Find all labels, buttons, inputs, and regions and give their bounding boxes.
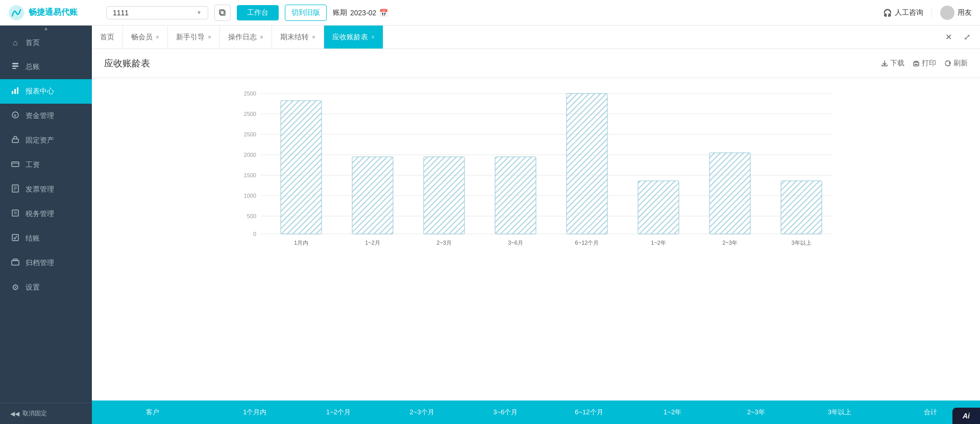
reports-icon	[10, 86, 20, 97]
col-1-2month: 1~2个月	[297, 408, 380, 417]
svg-text:3~6月: 3~6月	[508, 240, 523, 246]
svg-rect-8	[14, 89, 16, 94]
scroll-up-arrow[interactable]: ▲	[43, 26, 48, 31]
sidebar-item-label-home: 首页	[26, 38, 40, 48]
svg-text:1~2月: 1~2月	[365, 240, 380, 246]
svg-text:1月内: 1月内	[294, 240, 308, 246]
sidebar: ▲ ⌂ 首页 总账 报表中心 ¥	[0, 26, 92, 424]
ai-badge[interactable]: Ai	[952, 408, 980, 424]
chart-container: 2500 2500 2500 2000 1500 1000 500 0	[92, 78, 980, 401]
app-logo: 畅捷通易代账	[8, 5, 100, 21]
copy-button[interactable]	[214, 5, 231, 21]
sidebar-item-reports[interactable]: 报表中心	[0, 79, 92, 104]
page-header: 应收账龄表 下载 打印 刷新	[92, 49, 980, 78]
home-icon: ⌂	[10, 38, 20, 48]
switch-old-button[interactable]: 切到旧版	[285, 5, 327, 21]
svg-rect-5	[12, 65, 18, 67]
tax-icon	[10, 209, 20, 219]
tab-home[interactable]: 首页	[92, 26, 123, 49]
sidebar-footer[interactable]: ◀◀ 取消固定	[0, 403, 92, 424]
sidebar-item-settings[interactable]: ⚙ 设置	[0, 275, 92, 299]
user-icon	[943, 8, 952, 17]
sidebar-item-ledger[interactable]: 总账	[0, 55, 92, 79]
divider	[932, 8, 932, 18]
svg-rect-19	[12, 210, 18, 216]
ledger-icon	[10, 62, 20, 72]
tab-guide-close[interactable]: ×	[208, 34, 211, 41]
content-area: 首页 畅会员 × 新手引导 × 操作日志 × 期末结转 × 应收账龄表 ×	[92, 26, 980, 424]
chart-wrapper: 2500 2500 2500 2000 1500 1000 500 0	[107, 88, 965, 282]
tab-oplog[interactable]: 操作日志 ×	[220, 26, 272, 49]
user-info[interactable]: 用友	[940, 6, 972, 20]
period-value: 2023-02	[350, 9, 376, 17]
archive-icon	[10, 258, 20, 268]
col-1-2year: 1~2年	[631, 408, 715, 417]
tab-member[interactable]: 畅会员 ×	[123, 26, 168, 49]
tab-ar-aging[interactable]: 应收账龄表 ×	[324, 26, 383, 49]
sidebar-item-payroll[interactable]: 工资	[0, 153, 92, 177]
tab-oplog-close[interactable]: ×	[260, 34, 263, 41]
svg-rect-23	[12, 261, 19, 265]
print-button[interactable]: 打印	[913, 59, 936, 68]
download-button[interactable]: 下载	[881, 59, 904, 68]
period-info: 账期 2023-02 📅	[333, 8, 388, 17]
col-3plus-year: 3年以上	[798, 408, 881, 417]
sidebar-item-invoice[interactable]: 发票管理	[0, 177, 92, 202]
maximize-button[interactable]: ⤢	[960, 30, 974, 44]
tabs-bar: 首页 畅会员 × 新手引导 × 操作日志 × 期末结转 × 应收账龄表 ×	[92, 26, 980, 49]
download-icon	[881, 60, 888, 67]
workbench-button[interactable]: 工作台	[237, 5, 279, 20]
sidebar-item-funds[interactable]: ¥ 资金管理	[0, 104, 92, 128]
tab-guide-label: 新手引导	[176, 33, 205, 42]
tab-guide[interactable]: 新手引导 ×	[168, 26, 220, 49]
svg-text:2500: 2500	[244, 90, 256, 97]
sidebar-item-archive[interactable]: 归档管理	[0, 251, 92, 275]
tab-member-close[interactable]: ×	[156, 34, 159, 41]
svg-text:¥: ¥	[13, 113, 17, 118]
svg-text:3年以上: 3年以上	[791, 240, 811, 246]
table-header: 客户 1个月内 1~2个月 2~3个月 3~6个月 6~12个月	[92, 401, 980, 424]
print-icon	[913, 60, 920, 67]
col-2-3year: 2~3年	[714, 408, 798, 417]
user-name: 用友	[958, 8, 972, 17]
tab-home-label: 首页	[100, 33, 114, 42]
header-right: 🎧 人工咨询 用友	[883, 6, 972, 20]
avatar	[940, 6, 954, 20]
svg-text:2500: 2500	[244, 131, 256, 137]
settings-icon: ⚙	[10, 282, 20, 292]
page-title: 应收账龄表	[104, 57, 150, 69]
sidebar-nav: ⌂ 首页 总账 报表中心 ¥ 资金管理	[0, 31, 92, 403]
chevron-down-icon: ▼	[197, 10, 202, 15]
top-header: 畅捷通易代账 1111 ▼ 工作台 切到旧版 账期 2023-02 📅 🎧 人工…	[0, 0, 980, 26]
svg-rect-52	[567, 93, 607, 234]
svg-rect-48	[424, 157, 464, 234]
refresh-button[interactable]: 刷新	[944, 59, 968, 68]
company-selector[interactable]: 1111 ▼	[106, 6, 208, 19]
consult-button[interactable]: 🎧 人工咨询	[883, 8, 923, 17]
bar-chart: 2500 2500 2500 2000 1500 1000 500 0	[107, 88, 965, 262]
main-layout: ▲ ⌂ 首页 总账 报表中心 ¥	[0, 26, 980, 424]
tab-period-closing[interactable]: 期末结转 ×	[272, 26, 324, 49]
svg-text:500: 500	[247, 213, 256, 219]
sidebar-item-label-funds: 资金管理	[26, 111, 54, 121]
svg-text:2000: 2000	[244, 152, 256, 158]
sidebar-item-home[interactable]: ⌂ 首页	[0, 31, 92, 55]
page-content: 应收账龄表 下载 打印 刷新	[92, 49, 980, 424]
svg-rect-26	[915, 64, 918, 65]
payroll-icon	[10, 160, 20, 170]
invoice-icon	[10, 184, 20, 195]
calendar-icon[interactable]: 📅	[379, 9, 388, 17]
print-label: 打印	[922, 59, 936, 68]
app-name: 畅捷通易代账	[29, 7, 78, 18]
tab-oplog-label: 操作日志	[228, 33, 257, 42]
svg-rect-22	[12, 234, 18, 241]
tab-ar-aging-close[interactable]: ×	[371, 34, 375, 41]
refresh-label: 刷新	[953, 59, 968, 68]
copy-icon	[218, 9, 227, 17]
close-all-button[interactable]: ✕	[941, 30, 955, 44]
sidebar-item-closing[interactable]: 结账	[0, 226, 92, 251]
sidebar-item-assets[interactable]: 固定资产	[0, 128, 92, 153]
svg-rect-50	[495, 157, 536, 234]
tab-period-closing-close[interactable]: ×	[312, 34, 315, 41]
sidebar-item-tax[interactable]: 税务管理	[0, 202, 92, 226]
